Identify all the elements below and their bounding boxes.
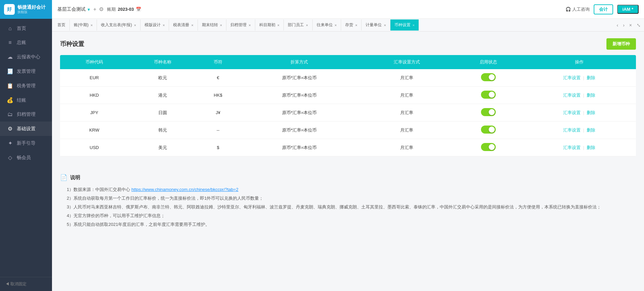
delete-button[interactable]: 删除 — [587, 75, 595, 80]
sidebar-item-member[interactable]: ◇ 畅会员 — [0, 150, 52, 165]
headset-icon: 🎧 — [566, 7, 571, 12]
delete-button[interactable]: 删除 — [587, 145, 595, 150]
period-value: 2023-03 — [118, 7, 134, 12]
add-company-button[interactable]: + — [93, 6, 96, 12]
sidebar-item-guide[interactable]: ✦ 新手引导 — [0, 136, 52, 150]
note-item-2: 2）系统自动获取每月第一个工作日的汇率标价，统一为直接标价法，即1外币可以兑换的… — [67, 194, 636, 203]
action-separator: | — [583, 75, 584, 80]
tab-dept[interactable]: 部门员工 × — [284, 19, 312, 31]
tab-close-icon[interactable]: × — [191, 23, 193, 27]
tab-archive[interactable]: 归档管理 × — [226, 19, 255, 31]
tab-label: 科目期初 — [259, 22, 275, 28]
new-currency-button[interactable]: 新增币种 — [606, 38, 636, 50]
tab-close-icon[interactable]: × — [163, 23, 165, 27]
status-toggle[interactable] — [481, 91, 496, 99]
action-separator: | — [583, 128, 584, 133]
sidebar-item-report[interactable]: ☁ 云报表中心 — [0, 50, 52, 64]
company-settings-icon[interactable]: ⚙ — [99, 6, 104, 12]
action-separator: | — [583, 110, 584, 115]
company-dropdown-icon[interactable]: ▾ — [88, 7, 90, 12]
rate-settings-button[interactable]: 汇率设置 — [563, 75, 581, 80]
rate-settings-button[interactable]: 汇率设置 — [563, 93, 581, 98]
tab-contact[interactable]: 往来单位 × — [313, 19, 341, 31]
tab-scroll-right-icon[interactable]: › — [621, 21, 627, 29]
sidebar-item-label: 新手引导 — [17, 140, 36, 146]
tab-close-icon[interactable]: × — [277, 23, 279, 27]
sidebar-item-tax[interactable]: 📋 税务管理 — [0, 79, 52, 93]
status-toggle[interactable] — [481, 73, 496, 81]
user-button[interactable]: iAM * — [617, 5, 639, 14]
main-area: 基层工会测试 ▾ + ⚙ 账期 2023-03 📅 🎧 人工咨询 会计 iAM … — [52, 0, 644, 291]
rate-settings-button[interactable]: 汇率设置 — [563, 145, 581, 150]
sidebar-item-label: 结账 — [17, 97, 26, 103]
content-area: 币种设置 新增币种 币种代码 币种名称 币符 折算方式 汇率设置方式 启用状态 … — [52, 32, 644, 291]
tab-tax[interactable]: 税表清册 × — [169, 19, 198, 31]
tab-income[interactable]: 收入支出表(年报) × — [97, 19, 140, 31]
delete-button[interactable]: 删除 — [587, 128, 595, 133]
status-toggle[interactable] — [481, 143, 496, 151]
currency-table: 币种代码 币种名称 币符 折算方式 汇率设置方式 启用状态 操作 EUR 欧元 … — [60, 55, 636, 156]
period-selector[interactable]: 账期 2023-03 📅 — [107, 6, 141, 12]
member-icon: ◇ — [7, 154, 13, 161]
tab-unit[interactable]: 计量单位 × — [362, 19, 390, 31]
sidebar-item-label: 总账 — [17, 40, 26, 46]
sidebar-item-invoice[interactable]: 🧾 发票管理 — [0, 64, 52, 79]
customer-service-button[interactable]: 🎧 人工咨询 — [566, 6, 590, 12]
cell-calc: 原币*汇率=本位币 — [239, 104, 360, 122]
note-item-3: 3）人民币对马来西亚林吉特、俄罗斯卢布、南非兰特、韩元、阿联酋迪拉姆、沙特里亚尔… — [67, 203, 636, 211]
sidebar-item-archive[interactable]: 🗂 归档管理 — [0, 107, 52, 122]
calendar-icon[interactable]: 📅 — [136, 7, 141, 12]
note-link[interactable]: https://www.chinamoney.com.cn/chinese/bk… — [131, 187, 238, 192]
cell-symbol: $ — [197, 139, 239, 156]
sidebar-item-ledger[interactable]: ≡ 总账 — [0, 36, 52, 50]
sidebar-item-home[interactable]: ⌂ 首页 — [0, 21, 52, 36]
tab-close-icon[interactable]: × — [249, 23, 251, 27]
note-list: 1）数据来源：中国外汇交易中心 https://www.chinamoney.c… — [60, 185, 636, 229]
cell-rate-type: 月汇率 — [360, 104, 454, 122]
note-item-1: 1）数据来源：中国外汇交易中心 https://www.chinamoney.c… — [67, 185, 636, 194]
tab-close-icon[interactable]: × — [134, 23, 136, 27]
kuaiji-button[interactable]: 会计 — [594, 4, 613, 14]
status-toggle[interactable] — [481, 108, 496, 116]
sidebar-item-settings[interactable]: ⚙ 基础设置 — [0, 122, 52, 136]
tab-close-icon[interactable]: × — [91, 23, 93, 27]
cell-code: HKD — [60, 87, 128, 104]
tab-subject[interactable]: 科目期初 × — [255, 19, 284, 31]
tab-period-end[interactable]: 期末结转 × — [198, 19, 226, 31]
settings-icon: ⚙ — [7, 126, 13, 132]
delete-button[interactable]: 删除 — [587, 93, 595, 98]
tab-close-icon[interactable]: × — [384, 23, 386, 27]
rate-settings-button[interactable]: 汇率设置 — [563, 128, 581, 133]
tab-close-icon[interactable]: × — [220, 23, 222, 27]
sidebar-footer[interactable]: ◀ 取消固定 — [0, 277, 52, 291]
tab-template[interactable]: 模版设计 × — [141, 19, 169, 31]
page-title: 币种设置 — [60, 40, 84, 48]
sidebar-item-label: 归档管理 — [17, 111, 36, 117]
tab-inventory[interactable]: 存货 × — [341, 19, 362, 31]
delete-button[interactable]: 删除 — [587, 110, 595, 115]
tab-close-icon[interactable]: × — [355, 23, 357, 27]
sidebar-item-label: 畅会员 — [17, 155, 31, 161]
service-label: 人工咨询 — [572, 6, 590, 12]
table-row: USD 美元 $ 原币*汇率=本位币 月汇率 汇率设置 | 删除 — [60, 139, 636, 156]
close-all-tabs-icon[interactable]: × — [627, 21, 634, 29]
cell-status — [454, 139, 523, 156]
sidebar-item-settlement[interactable]: 💰 结账 — [0, 93, 52, 107]
cell-rate-type: 月汇率 — [360, 139, 454, 156]
cell-name: 日圆 — [128, 104, 197, 122]
tab-expand-icon[interactable]: ⤡ — [635, 21, 643, 29]
tab-close-icon[interactable]: × — [413, 23, 415, 27]
action-separator: | — [583, 145, 584, 150]
tab-zhangzhongqi[interactable]: 账(中期) × — [70, 19, 97, 31]
tab-close-icon[interactable]: × — [306, 23, 308, 27]
rate-settings-button[interactable]: 汇率设置 — [563, 110, 581, 115]
status-toggle[interactable] — [481, 126, 496, 134]
tab-scroll-left-icon[interactable]: ‹ — [614, 21, 620, 29]
cell-status — [454, 122, 523, 139]
company-selector[interactable]: 基层工会测试 ▾ — [57, 6, 90, 12]
cell-status — [454, 104, 523, 122]
tab-currency[interactable]: 币种设置 × — [390, 19, 419, 31]
tab-close-icon[interactable]: × — [335, 23, 337, 27]
sidebar-item-label: 首页 — [17, 26, 26, 32]
tab-home[interactable]: 首页 — [53, 19, 70, 31]
